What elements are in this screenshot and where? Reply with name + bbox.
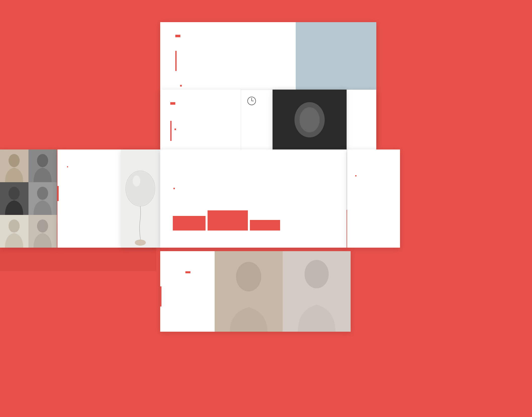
bar-design (250, 220, 280, 231)
svg-point-34 (133, 175, 140, 186)
team-photo-3 (0, 182, 28, 215)
svg-point-33 (126, 171, 154, 206)
services-heading: . (174, 121, 228, 132)
team-grid (0, 149, 57, 248)
svg-point-30 (37, 219, 48, 233)
slide-team (0, 149, 57, 248)
svg-point-26 (37, 187, 48, 200)
slide-work-process: . (160, 149, 347, 248)
aboutus-col1 (66, 175, 106, 177)
svg-point-37 (236, 262, 261, 291)
svg-point-28 (9, 219, 20, 233)
work-process2-heading: . (355, 161, 392, 178)
team-photo-6 (28, 215, 57, 248)
red-accent-line (175, 51, 177, 71)
slide-about-tag (175, 35, 180, 37)
slide-about-heading: . (179, 51, 284, 89)
team-photo-5 (0, 215, 28, 248)
long-story-photo-2 (283, 251, 351, 332)
clock-icon (247, 96, 257, 106)
long-story-photos (215, 251, 351, 332)
work-process-bars (173, 208, 314, 233)
balloon-image (121, 149, 160, 248)
team-photo-4 (28, 182, 57, 215)
red-accent-line (170, 121, 172, 141)
slide-work-process-2: . (347, 149, 400, 248)
bar-quality (208, 210, 248, 231)
svg-point-39 (305, 260, 329, 288)
team-photo-1 (0, 149, 28, 182)
team-photo-2 (28, 149, 57, 182)
long-story-photo-1 (215, 251, 283, 332)
red-accent-line (57, 186, 59, 201)
svg-point-24 (9, 187, 20, 200)
svg-point-22 (37, 154, 48, 167)
slide-balloon (121, 149, 160, 248)
services-tag (170, 102, 175, 105)
bar-creating (173, 216, 206, 231)
red-bottom-area (0, 335, 160, 417)
long-story-tag (185, 271, 190, 273)
svg-point-18 (300, 107, 320, 132)
svg-point-20 (9, 154, 20, 167)
svg-point-35 (135, 240, 146, 246)
work-process-heading: . (173, 172, 228, 191)
red-accent-line (160, 286, 161, 307)
